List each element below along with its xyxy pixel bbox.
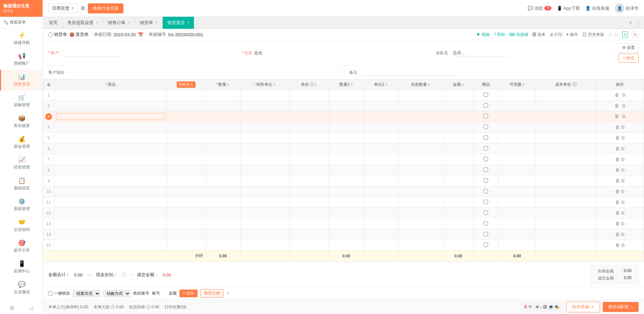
gift-checkbox-3[interactable] [484,114,488,118]
available-cell-2[interactable] [498,101,536,111]
unit2-cell-3[interactable] [364,111,398,122]
copy-row-11-btn[interactable]: ⧉ [621,199,625,206]
settlement-method-select[interactable]: 结算方式 [73,290,100,297]
th-qty[interactable]: 数量⇅ [206,80,240,90]
search-menu-item[interactable]: 🔍 搜索菜单 [0,17,43,28]
tab-sale-order[interactable]: 销售订单 × [103,17,135,29]
calendar-icon[interactable]: 📅 [138,32,143,37]
radio-sale-bill[interactable]: 销货单 [48,32,67,38]
unitprice-cell-3[interactable] [289,111,329,122]
packqty-cell-1[interactable] [398,90,443,101]
close-sale-bill-icon[interactable]: × [156,21,158,24]
sidebar-item-basic[interactable]: 📋 基础信息 [0,174,43,194]
qty2-cell-3[interactable] [329,111,364,122]
gift-checkbox-9[interactable] [484,178,488,183]
next-record-icon[interactable]: ▷ [615,32,618,37]
gift-checkbox-2[interactable] [484,103,488,108]
customer-address-select-icon[interactable]: ··· [68,70,71,75]
qty-cell-2[interactable] [206,101,240,111]
history-btn[interactable]: 📋 历史单据 [582,32,604,38]
sidebar-settings-btn[interactable]: ⚙ [10,305,14,311]
gift-checkbox-1[interactable] [484,92,488,97]
copy-row-14-btn[interactable]: ⧉ [621,231,625,238]
saleunit-cell-3[interactable] [240,111,289,122]
copy-row-6-btn[interactable]: ⧉ [621,145,625,152]
delete-row-10-btn[interactable]: 🗑 [614,188,621,195]
th-amount[interactable]: 金额⇅ [443,80,474,90]
unit2-cell-1[interactable] [364,90,398,101]
sidebar-item-finance[interactable]: 💰 资金管理 [0,132,43,153]
goods-cell-2[interactable] [54,101,167,111]
sidebar-item-sales[interactable]: 📊 销售管理 [0,70,43,90]
one-key-collection-checkbox[interactable]: 一键收款 [48,291,70,296]
salesperson-input[interactable] [451,50,510,56]
remark-input[interactable] [361,69,461,76]
th-available[interactable]: 可用量⇅ [498,80,536,90]
prev-record-icon[interactable]: ◁ [608,32,611,37]
delete-row-6-btn[interactable]: 🗑 [614,145,621,152]
settings-side-btn[interactable]: ⚙ 设置 [619,43,639,52]
message-btn[interactable]: 💬 消息 70 [528,5,551,11]
fee-tab-button[interactable]: 费用分摊 [200,289,224,298]
copy-row-5-btn[interactable]: ⧉ [621,134,625,141]
qty-cell-3[interactable] [206,111,240,122]
copy-row-1-btn[interactable]: ⧉ [621,91,626,99]
qty-cell-1[interactable] [206,90,240,101]
amount-cell-2[interactable] [443,101,474,111]
save-new-button[interactable]: 保存&新增 ∨ [603,302,639,312]
grid-view-icon[interactable]: ⊞ [632,32,639,38]
gift-checkbox-15[interactable] [484,243,488,247]
gift-checkbox-6[interactable] [484,146,488,150]
tab-sale-return[interactable]: 销货退货 × [163,17,195,29]
copy-row-2-btn[interactable]: ⧉ [621,102,626,109]
tab-home[interactable]: 首页 [44,17,63,29]
th-pack-qty[interactable]: 包装数量⇅ [398,80,443,90]
delete-row-12-btn[interactable]: 🗑 [614,209,621,216]
close-sale-price-icon[interactable]: × [96,21,98,24]
saleunit-cell-2[interactable] [240,101,289,111]
delete-row-2-btn[interactable]: 🗑 [614,102,620,109]
costprice-cell-1[interactable] [536,90,596,101]
delete-row-9-btn[interactable]: 🗑 [614,177,621,184]
delete-row-1-btn[interactable]: 🗑 [614,91,620,98]
gift-checkbox-4[interactable] [484,125,488,129]
th-goods[interactable]: 商品 [54,80,167,90]
gift-checkbox-11[interactable] [484,200,488,204]
available-cell-3[interactable] [498,111,536,122]
qty2-cell-1[interactable] [329,90,364,101]
delete-row-11-btn[interactable]: 🗑 [614,199,621,205]
help-btn[interactable]: ? 帮助 [494,32,505,38]
online-service-btn[interactable]: 👤 在线客服 [585,5,609,11]
sidebar-item-appcenter[interactable]: 📱 应用中心 [0,257,43,277]
customer-input[interactable] [61,50,121,56]
gift-checkbox-10[interactable] [484,189,488,193]
gift-checkbox-14[interactable] [484,232,488,236]
goods-cell-3[interactable] [54,111,167,122]
video-btn[interactable]: ▶ 视频 [477,32,490,38]
goods-input-3[interactable] [56,113,165,120]
gift-checkbox-12[interactable] [484,210,488,215]
copy-row-13-btn[interactable]: ⧉ [621,220,625,227]
close-all-tabs-btn[interactable]: × [626,20,635,26]
sidebar-item-wechat[interactable]: 💬 企业微信 [0,277,43,298]
delete-row-7-btn[interactable]: 🗑 [614,156,621,163]
copy-row-7-btn[interactable]: ⧉ [621,156,625,163]
costprice-cell-3[interactable] [536,111,596,122]
unitprice-cell-1[interactable] [289,90,329,101]
costprice-cell-2[interactable] [536,101,596,111]
packqty-cell-3[interactable] [398,111,443,122]
fee-question-icon[interactable]: ? [226,291,229,296]
th-qty2[interactable]: 数量2⇅ [329,80,364,90]
shortcut-btn[interactable]: ⌨ 快捷键 [509,32,528,38]
delete-row-3-btn[interactable]: 🗑 [614,113,620,120]
close-sale-order-icon[interactable]: × [128,21,130,24]
settings-icon[interactable]: ⚙ [80,5,85,11]
copy-row-3-btn[interactable]: ⧉ [621,113,626,120]
th-unit-price[interactable]: 单价 ⓘ⇅ [289,80,329,90]
warehouse-select-icon[interactable]: ··· [264,51,268,55]
unit2-cell-2[interactable] [364,101,398,111]
saleunit-cell-1[interactable] [240,90,289,101]
radio-return-input[interactable] [70,33,74,37]
logistics-side-btn[interactable]: + 物流 [619,54,639,63]
copy-row-8-btn[interactable]: ⧉ [621,167,625,174]
